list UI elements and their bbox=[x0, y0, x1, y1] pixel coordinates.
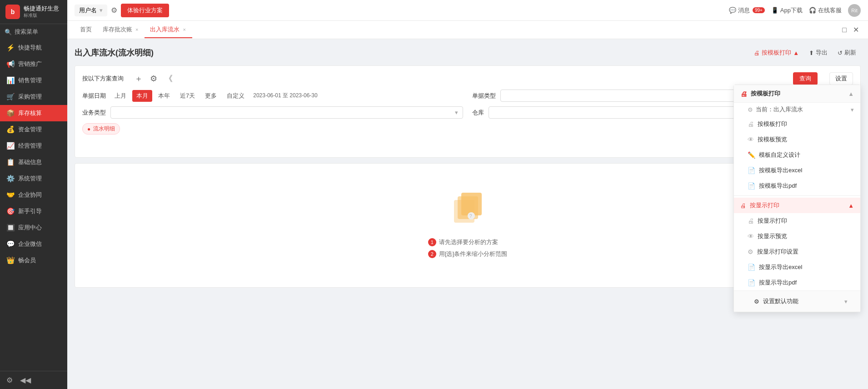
finance-label: 资金管理 bbox=[18, 125, 42, 134]
warehouse-label: 仓库 bbox=[472, 109, 484, 117]
tip-text-2: 用[选]条件来缩小分析范围 bbox=[439, 248, 507, 260]
dropdown-template-export-excel[interactable]: 📄 按模板导出excel bbox=[734, 163, 860, 178]
filter-section-left: 单据日期 上月 本月 本年 近7天 bbox=[82, 90, 463, 102]
set-default-arrow: ▾ bbox=[844, 298, 848, 305]
print-template-btn[interactable]: 🖨 按模板打印 ▲ bbox=[749, 46, 803, 59]
topbar: 用户名 ▾ ⚙ 体验行业方案 💬 消息 99+ 📱 App下载 🎧 在线客服 R… bbox=[67, 0, 868, 21]
dropdown-display-print[interactable]: 🖨 按显示打印 bbox=[734, 213, 860, 229]
filter-add-btn[interactable]: ＋ bbox=[133, 73, 145, 84]
page-header-actions: 🖨 按模板打印 ▲ ⬆ 导出 ↺ 刷新 bbox=[749, 46, 861, 59]
sidebar-item-wechat[interactable]: 💬 企业微信 bbox=[0, 236, 67, 252]
filter-add-controls: ＋ ⚙ 《 bbox=[133, 73, 175, 84]
date-tab-more[interactable]: 更多 bbox=[201, 90, 221, 102]
refresh-icon: ↺ bbox=[838, 50, 843, 56]
tab-batch-ledger-close[interactable]: × bbox=[135, 27, 139, 32]
app-center-label: 应用中心 bbox=[18, 224, 42, 232]
tab-home[interactable]: 首页 bbox=[75, 22, 97, 38]
sidebar-item-app-center[interactable]: 🔲 应用中心 bbox=[0, 219, 67, 236]
search-label: 搜索菜单 bbox=[15, 28, 38, 36]
flow-detail-tag[interactable]: ● 流水明细 bbox=[82, 123, 120, 135]
dropdown-display-print-settings[interactable]: ⚙ 按显示打印设置 bbox=[734, 244, 860, 259]
filter-settings-btn[interactable]: ⚙ bbox=[148, 74, 159, 84]
basic-label: 基础信息 bbox=[18, 158, 42, 166]
trial-btn[interactable]: 体验行业方案 bbox=[121, 4, 169, 17]
refresh-btn[interactable]: ↺ 刷新 bbox=[833, 46, 861, 59]
finance-icon: 💰 bbox=[6, 125, 15, 134]
display-settings-label: 按显示打印设置 bbox=[757, 248, 798, 256]
tab-restore-btn[interactable]: □ bbox=[840, 24, 848, 36]
member-icon: 👑 bbox=[6, 256, 15, 264]
app-download-label: App下载 bbox=[780, 6, 803, 15]
date-tab-this-month[interactable]: 本月 bbox=[132, 90, 152, 102]
print-label: 按模板打印 bbox=[762, 49, 791, 57]
tab-batch-ledger[interactable]: 库存批次账 × bbox=[97, 22, 145, 38]
tab-inout-flow-label: 出入库流水 bbox=[150, 25, 180, 34]
page-content: 出入库流水(流水明细) 🖨 按模板打印 ▲ ⬆ 导出 ↺ 刷新 bbox=[67, 39, 868, 389]
dropdown-display-print-header[interactable]: 🖨 按显示打印 ▲ bbox=[734, 198, 860, 213]
dropdown-collapse-icon[interactable]: ▲ bbox=[848, 90, 854, 97]
current-arrow: ▾ bbox=[851, 106, 854, 113]
app-edition: 标准版 bbox=[24, 12, 59, 19]
sidebar-item-guide[interactable]: 🎯 新手引导 bbox=[0, 203, 67, 219]
sidebar-item-operation[interactable]: 📈 经营管理 bbox=[0, 138, 67, 154]
dropdown-display-export-excel[interactable]: 📄 按显示导出excel bbox=[734, 259, 860, 275]
template-print-icon: 🖨 bbox=[748, 120, 754, 128]
sidebar-item-basic[interactable]: 📋 基础信息 bbox=[0, 154, 67, 170]
purchase-label: 采购管理 bbox=[18, 93, 42, 101]
sidebar-item-inventory[interactable]: 📦 库存核算 bbox=[0, 105, 67, 121]
sidebar-collapse-icon[interactable]: ◀◀ bbox=[20, 376, 31, 384]
tab-inout-flow-close[interactable]: × bbox=[182, 27, 186, 32]
display-pdf-icon: 📄 bbox=[748, 279, 755, 286]
topbar-gear-icon[interactable]: ⚙ bbox=[111, 6, 117, 15]
cooperation-label: 企业协同 bbox=[18, 191, 42, 199]
empty-tip-1: 1 请先选择要分析的方案 bbox=[428, 236, 507, 248]
sidebar-item-system[interactable]: ⚙️ 系统管理 bbox=[0, 170, 67, 187]
service-btn[interactable]: 🎧 在线客服 bbox=[809, 6, 842, 15]
tab-close-all-btn[interactable]: ✕ bbox=[851, 24, 861, 36]
user-selector[interactable]: 用户名 ▾ bbox=[75, 5, 107, 16]
dropdown-template-custom[interactable]: ✏️ 模板自定义设计 bbox=[734, 147, 860, 163]
app-download-btn[interactable]: 📱 App下载 bbox=[771, 6, 803, 15]
operation-icon: 📈 bbox=[6, 142, 15, 150]
date-tab-this-year[interactable]: 本年 bbox=[154, 90, 174, 102]
business-type-select[interactable]: ▾ bbox=[110, 106, 463, 119]
dropdown-header-title: 按模板打印 bbox=[751, 90, 780, 98]
sidebar-item-cooperation[interactable]: 🤝 企业协同 bbox=[0, 187, 67, 203]
sidebar-item-finance[interactable]: 💰 资金管理 bbox=[0, 121, 67, 138]
user-avatar[interactable]: Rit bbox=[848, 4, 861, 17]
display-print-section-label: 按显示打印 bbox=[750, 201, 779, 209]
dropdown-display-export-pdf[interactable]: 📄 按显示导出pdf bbox=[734, 275, 860, 290]
current-icon: ⚙ bbox=[748, 106, 753, 113]
sidebar-item-marketing[interactable]: 📢 营销推广 bbox=[0, 56, 67, 72]
sidebar-item-purchase[interactable]: 🛒 采购管理 bbox=[0, 89, 67, 105]
filter-collapse-left-btn[interactable]: 《 bbox=[163, 73, 175, 84]
tip-text-1: 请先选择要分析的方案 bbox=[439, 236, 498, 248]
tab-home-label: 首页 bbox=[80, 25, 92, 34]
settings-btn[interactable]: 设置 bbox=[829, 72, 853, 85]
dropdown-template-print[interactable]: 🖨 按模板打印 bbox=[734, 116, 860, 132]
dropdown-template-export-pdf[interactable]: 📄 按模板导出pdf bbox=[734, 178, 860, 194]
tab-batch-ledger-label: 库存批次账 bbox=[103, 25, 132, 34]
user-dropdown-icon: ▾ bbox=[100, 7, 103, 14]
display-preview-label: 按显示预览 bbox=[758, 232, 787, 240]
sidebar-search[interactable]: 🔍 搜索菜单 bbox=[0, 24, 67, 40]
empty-icon: ? bbox=[449, 191, 486, 227]
sidebar-item-member[interactable]: 👑 畅会员 bbox=[0, 252, 67, 269]
message-btn[interactable]: 💬 消息 99+ bbox=[729, 6, 765, 15]
dropdown-template-preview[interactable]: 👁 按模板预览 bbox=[734, 132, 860, 147]
sidebar-item-sales[interactable]: 📊 销售管理 bbox=[0, 72, 67, 89]
sidebar-item-quick-nav[interactable]: ⚡ 快捷导航 bbox=[0, 40, 67, 56]
business-type-arrow: ▾ bbox=[455, 109, 458, 116]
sales-icon: 📊 bbox=[6, 76, 15, 85]
date-tab-last-7[interactable]: 近7天 bbox=[176, 90, 199, 102]
date-tab-last-month[interactable]: 上月 bbox=[110, 90, 130, 102]
tab-inout-flow[interactable]: 出入库流水 × bbox=[145, 22, 192, 38]
service-icon: 🎧 bbox=[809, 7, 816, 14]
dropdown-display-preview[interactable]: 👁 按显示预览 bbox=[734, 229, 860, 244]
date-tab-custom[interactable]: 自定义 bbox=[223, 90, 249, 102]
svg-text:?: ? bbox=[469, 214, 472, 219]
export-btn[interactable]: ⬆ 导出 bbox=[804, 46, 832, 59]
query-btn[interactable]: 查询 bbox=[793, 72, 818, 85]
set-default-btn[interactable]: ⚙ 设置默认功能 ▾ bbox=[740, 294, 854, 308]
sidebar-settings-icon[interactable]: ⚙ bbox=[6, 376, 13, 384]
